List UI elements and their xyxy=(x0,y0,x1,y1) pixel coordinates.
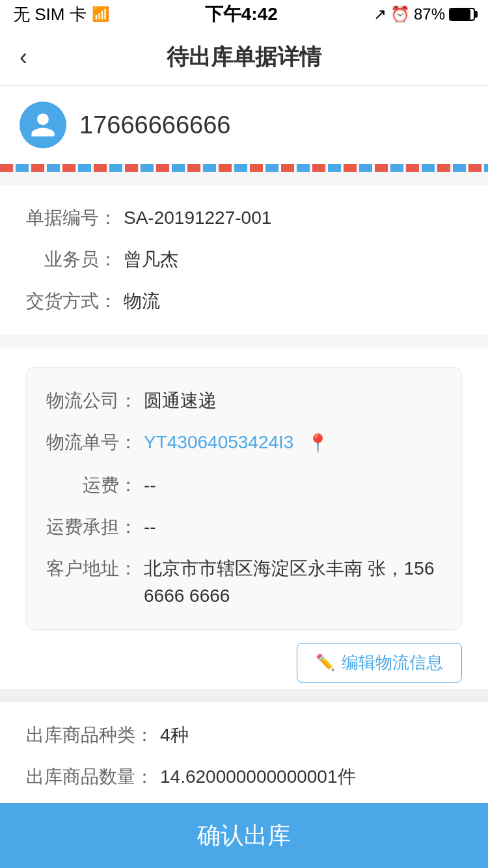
order-no-label: 单据编号： xyxy=(26,204,117,232)
map-pin-icon[interactable]: 📍 xyxy=(306,430,329,457)
battery-text: 87% xyxy=(414,5,445,23)
logistics-company-row: 物流公司： 圆通速递 xyxy=(46,387,442,414)
product-types-label: 出库商品种类： xyxy=(26,722,154,749)
freight-bearer-label: 运费承担： xyxy=(46,513,137,541)
sales-person-value: 曾凡杰 xyxy=(124,246,462,273)
avatar xyxy=(20,102,66,148)
status-bar: 无 SIM 卡 📶 下午4:42 ↗ ⏰ 87% xyxy=(0,0,488,29)
back-button[interactable]: ‹ xyxy=(20,44,27,71)
sales-person-row: 业务员： 曾凡杰 xyxy=(26,246,462,273)
freight-label: 运费： xyxy=(46,472,137,499)
product-types-value: 4种 xyxy=(160,722,462,749)
freight-row: 运费： -- xyxy=(46,472,442,499)
customer-phone: 17666666666 xyxy=(79,111,230,139)
logistics-outer: 物流公司： 圆通速递 物流单号： YT43064053424I3 📍 运费： -… xyxy=(0,347,488,689)
freight-bearer-value: -- xyxy=(144,513,442,541)
logistics-company-label: 物流公司： xyxy=(46,387,137,414)
confirm-button[interactable]: 确认出库 xyxy=(0,803,488,868)
wifi-icon: 📶 xyxy=(92,6,109,23)
product-quantity-label: 出库商品数量： xyxy=(26,763,154,791)
status-left: 无 SIM 卡 📶 xyxy=(13,3,109,26)
alarm-icon: ⏰ xyxy=(390,5,410,23)
product-quantity-value: 14.620000000000001件 xyxy=(160,763,462,791)
address-value: 北京市市辖区海淀区永丰南 张，156 6666 6666 xyxy=(144,555,442,610)
status-right: ↗ ⏰ 87% xyxy=(373,5,475,23)
dashed-divider xyxy=(0,164,488,172)
edit-btn-row: ✏️ 编辑物流信息 xyxy=(26,630,462,683)
delivery-method-value: 物流 xyxy=(124,288,462,315)
order-no-value: SA-20191227-001 xyxy=(124,204,462,232)
tracking-no-label: 物流单号： xyxy=(46,429,137,456)
status-time: 下午4:42 xyxy=(205,2,278,27)
address-row: 客户地址： 北京市市辖区海淀区永丰南 张，156 6666 6666 xyxy=(46,555,442,610)
freight-bearer-row: 运费承担： -- xyxy=(46,513,442,541)
confirm-btn-label: 确认出库 xyxy=(197,820,291,852)
carrier-text: 无 SIM 卡 xyxy=(13,3,87,26)
basic-info-section: 单据编号： SA-20191227-001 业务员： 曾凡杰 交货方式： 物流 xyxy=(0,185,488,334)
edit-icon: ✏️ xyxy=(316,653,335,671)
product-types-row: 出库商品种类： 4种 xyxy=(26,722,462,749)
customer-section: 17666666666 xyxy=(0,86,488,164)
nav-bar: ‹ 待出库单据详情 xyxy=(0,29,488,86)
logistics-company-value: 圆通速递 xyxy=(144,387,442,414)
address-label: 客户地址： xyxy=(46,555,137,582)
battery-icon xyxy=(449,8,475,21)
edit-logistics-button[interactable]: ✏️ 编辑物流信息 xyxy=(297,643,462,683)
sales-person-label: 业务员： xyxy=(26,246,117,273)
product-quantity-row: 出库商品数量： 14.620000000000001件 xyxy=(26,763,462,791)
tracking-no-value: YT43064053424I3 📍 xyxy=(144,429,442,457)
tracking-no-row: 物流单号： YT43064053424I3 📍 xyxy=(46,429,442,457)
freight-value: -- xyxy=(144,472,442,499)
order-no-row: 单据编号： SA-20191227-001 xyxy=(26,204,462,232)
gray-separator xyxy=(0,689,488,702)
logistics-card: 物流公司： 圆通速递 物流单号： YT43064053424I3 📍 运费： -… xyxy=(26,367,462,630)
page-title: 待出库单据详情 xyxy=(167,42,321,72)
location-arrow-icon: ↗ xyxy=(373,5,386,23)
edit-btn-label: 编辑物流信息 xyxy=(342,651,443,674)
person-icon xyxy=(29,111,57,139)
delivery-method-label: 交货方式： xyxy=(26,288,117,315)
delivery-method-row: 交货方式： 物流 xyxy=(26,288,462,315)
